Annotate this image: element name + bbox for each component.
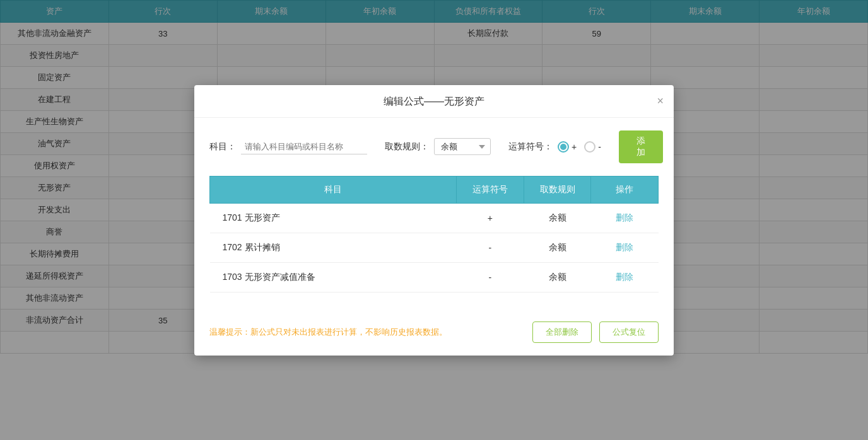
table-row: 1701 无形资产+余额删除: [210, 203, 659, 233]
modal-title: 编辑公式——无形资产: [384, 96, 484, 107]
rule-label: 取数规则：: [385, 141, 429, 153]
add-button[interactable]: 添加: [619, 130, 663, 163]
cell-subject: 1701 无形资产: [210, 203, 457, 233]
rule-select[interactable]: 余额 借方发生额 贷方发生额 净发生额: [434, 138, 491, 155]
modal-footer: 温馨提示：新公式只对未出报表进行计算，不影响历史报表数据。 全部删除 公式复位: [194, 315, 674, 356]
cell-subject: 1703 无形资产减值准备: [210, 262, 457, 292]
delete-all-button[interactable]: 全部删除: [532, 321, 592, 343]
radio-plus-label: +: [572, 142, 577, 152]
cell-rule: 余额: [524, 262, 591, 292]
rule-group: 取数规则： 余额 借方发生额 贷方发生额 净发生额: [385, 138, 491, 155]
cell-action: 删除: [591, 233, 659, 262]
reset-formula-button[interactable]: 公式复位: [599, 321, 659, 343]
table-header-rule: 取数规则: [524, 176, 591, 203]
modal-close-button[interactable]: ×: [657, 95, 664, 107]
hint-text: 温馨提示：新公式只对未出报表进行计算，不影响历史报表数据。: [209, 327, 447, 338]
delete-row-button[interactable]: 删除: [616, 242, 633, 253]
cell-action: 删除: [591, 203, 659, 233]
table-header-subject: 科目: [210, 176, 457, 203]
table-header-operator: 运算符号: [457, 176, 524, 203]
table-row: 1703 无形资产减值准备-余额删除: [210, 262, 659, 292]
table-header-action: 操作: [591, 176, 659, 203]
cell-subject: 1702 累计摊销: [210, 233, 457, 262]
radio-group: + -: [558, 141, 601, 153]
modal-header: 编辑公式——无形资产 ×: [194, 85, 674, 118]
radio-plus-circle: [558, 141, 569, 153]
cell-operator: -: [457, 262, 524, 292]
form-row: 科目： 取数规则： 余额 借方发生额 贷方发生额 净发生额 运算符号：: [209, 130, 659, 163]
cell-operator: +: [457, 203, 524, 233]
footer-buttons: 全部删除 公式复位: [532, 321, 659, 343]
subject-group: 科目：: [209, 139, 367, 154]
radio-minus-label: -: [598, 142, 601, 152]
delete-row-button[interactable]: 删除: [616, 272, 633, 283]
formula-table: 科目 运算符号 取数规则 操作 1701 无形资产+余额删除1702 累计摊销-…: [209, 176, 659, 292]
cell-rule: 余额: [524, 203, 591, 233]
cell-action: 删除: [591, 262, 659, 292]
modal-body: 科目： 取数规则： 余额 借方发生额 贷方发生额 净发生额 运算符号：: [194, 118, 674, 315]
cell-rule: 余额: [524, 233, 591, 262]
modal-dialog: 编辑公式——无形资产 × 科目： 取数规则： 余额 借方发生额 贷方发生额: [194, 85, 674, 356]
radio-plus[interactable]: +: [558, 141, 577, 153]
subject-input[interactable]: [241, 139, 367, 154]
table-row: 1702 累计摊销-余额删除: [210, 233, 659, 262]
cell-operator: -: [457, 233, 524, 262]
operator-label: 运算符号：: [508, 141, 553, 153]
delete-row-button[interactable]: 删除: [616, 212, 633, 224]
radio-minus-circle: [584, 141, 595, 153]
subject-label: 科目：: [209, 141, 236, 153]
operator-group: 运算符号： + -: [508, 141, 601, 153]
radio-minus[interactable]: -: [584, 141, 601, 153]
modal-overlay: 编辑公式——无形资产 × 科目： 取数规则： 余额 借方发生额 贷方发生额: [0, 0, 868, 440]
